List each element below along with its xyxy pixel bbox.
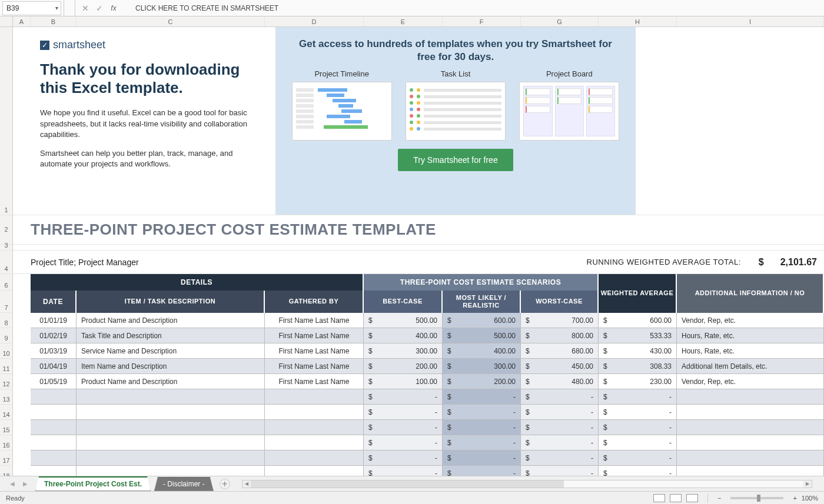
- cell-likely[interactable]: $-: [443, 435, 521, 450]
- zoom-in[interactable]: +: [793, 495, 796, 502]
- cell-weighted[interactable]: $-: [599, 405, 677, 420]
- formula-input[interactable]: [124, 4, 824, 12]
- cell-best[interactable]: $500.00: [364, 313, 443, 328]
- row-header-7[interactable]: 7: [0, 291, 13, 313]
- row-header-3[interactable]: 3: [0, 245, 13, 251]
- cell-date[interactable]: [31, 466, 77, 476]
- cell-item[interactable]: [77, 420, 265, 435]
- cell-likely[interactable]: $-: [443, 466, 521, 476]
- cell-item[interactable]: [77, 389, 265, 405]
- row-header-13[interactable]: 13: [0, 389, 13, 405]
- cell-additional[interactable]: [677, 435, 824, 450]
- cell-gathered[interactable]: [265, 466, 364, 476]
- cell-weighted[interactable]: $-: [599, 420, 677, 435]
- cell-best[interactable]: $-: [364, 466, 443, 476]
- cell-gathered[interactable]: [265, 435, 364, 450]
- cell-additional[interactable]: [677, 450, 824, 466]
- zoom-slider[interactable]: [730, 497, 783, 499]
- cell-best[interactable]: $-: [364, 420, 443, 435]
- cell-worst[interactable]: $-: [521, 389, 599, 405]
- col-header-i[interactable]: I: [677, 16, 824, 26]
- col-header-g[interactable]: G: [521, 16, 599, 26]
- row-header-17[interactable]: 17: [0, 450, 13, 466]
- cell-likely[interactable]: $400.00: [443, 343, 521, 359]
- cell-gathered[interactable]: First Name Last Name: [265, 313, 364, 328]
- cell-date[interactable]: 01/04/19: [31, 359, 77, 374]
- cell-likely[interactable]: $300.00: [443, 359, 521, 374]
- row-header-14[interactable]: 14: [0, 405, 13, 420]
- col-header-h[interactable]: H: [599, 16, 677, 26]
- cell-date[interactable]: [31, 389, 77, 405]
- cell-additional[interactable]: Additional Item Details, etc.: [677, 359, 824, 374]
- cell-date[interactable]: 01/03/19: [31, 343, 77, 359]
- cell-date[interactable]: 01/02/19: [31, 328, 77, 343]
- cell-additional[interactable]: Vendor, Rep, etc.: [677, 313, 824, 328]
- cell-weighted[interactable]: $-: [599, 450, 677, 466]
- sheet-content[interactable]: ✓ smartsheet Thank you for downloading t…: [13, 27, 824, 476]
- col-header-f[interactable]: F: [443, 16, 521, 26]
- cell-gathered[interactable]: [265, 405, 364, 420]
- cell-best[interactable]: $-: [364, 389, 443, 405]
- check-icon[interactable]: ✓: [95, 4, 104, 12]
- cell-gathered[interactable]: [265, 389, 364, 405]
- cell-best[interactable]: $100.00: [364, 374, 443, 389]
- row-header-11[interactable]: 11: [0, 359, 13, 374]
- cell-best[interactable]: $-: [364, 405, 443, 420]
- cell-weighted[interactable]: $230.00: [599, 374, 677, 389]
- cell-date[interactable]: [31, 450, 77, 466]
- col-header-d[interactable]: D: [265, 16, 364, 26]
- cell-additional[interactable]: Hours, Rate, etc.: [677, 328, 824, 343]
- row-header-10[interactable]: 10: [0, 343, 13, 359]
- name-box[interactable]: B39: [2, 1, 61, 15]
- cell-gathered[interactable]: First Name Last Name: [265, 343, 364, 359]
- cell-best[interactable]: $-: [364, 450, 443, 466]
- row-header-15[interactable]: 15: [0, 420, 13, 435]
- fx-icon[interactable]: fx: [109, 4, 118, 12]
- cell-worst[interactable]: $-: [521, 466, 599, 476]
- cell-date[interactable]: 01/01/19: [31, 313, 77, 328]
- cell-likely[interactable]: $600.00: [443, 313, 521, 328]
- cell-weighted[interactable]: $430.00: [599, 343, 677, 359]
- cell-likely[interactable]: $-: [443, 450, 521, 466]
- cell-best[interactable]: $400.00: [364, 328, 443, 343]
- cell-gathered[interactable]: First Name Last Name: [265, 359, 364, 374]
- row-header-2[interactable]: 2: [0, 215, 13, 245]
- view-page-layout[interactable]: [670, 494, 682, 502]
- cell-worst[interactable]: $680.00: [521, 343, 599, 359]
- col-header-c[interactable]: C: [77, 16, 265, 26]
- cell-weighted[interactable]: $308.33: [599, 359, 677, 374]
- cell-best[interactable]: $300.00: [364, 343, 443, 359]
- cell-additional[interactable]: Hours, Rate, etc.: [677, 343, 824, 359]
- cell-gathered[interactable]: [265, 420, 364, 435]
- col-header-a[interactable]: A: [13, 16, 31, 26]
- cell-item[interactable]: Product Name and Description: [77, 313, 265, 328]
- tab-nav-prev[interactable]: ▶: [21, 479, 30, 489]
- cell-item[interactable]: Service Name and Description: [77, 343, 265, 359]
- col-header-b[interactable]: B: [31, 16, 77, 26]
- cell-worst[interactable]: $700.00: [521, 313, 599, 328]
- col-header-e[interactable]: E: [364, 16, 443, 26]
- cell-item[interactable]: [77, 450, 265, 466]
- row-header-9[interactable]: 9: [0, 328, 13, 343]
- hscroll-left[interactable]: ◀: [242, 480, 251, 488]
- view-page-break[interactable]: [686, 494, 698, 502]
- row-header-8[interactable]: 8: [0, 313, 13, 328]
- cell-weighted[interactable]: $-: [599, 466, 677, 476]
- cell-worst[interactable]: $-: [521, 405, 599, 420]
- cell-additional[interactable]: Vendor, Rep, etc.: [677, 374, 824, 389]
- cell-best[interactable]: $200.00: [364, 359, 443, 374]
- cell-additional[interactable]: [677, 420, 824, 435]
- cell-date[interactable]: [31, 420, 77, 435]
- cell-item[interactable]: [77, 405, 265, 420]
- row-header-16[interactable]: 16: [0, 435, 13, 450]
- cell-likely[interactable]: $-: [443, 389, 521, 405]
- cell-additional[interactable]: [677, 466, 824, 476]
- cell-item[interactable]: [77, 435, 265, 450]
- cell-additional[interactable]: [677, 405, 824, 420]
- cell-worst[interactable]: $-: [521, 420, 599, 435]
- cell-likely[interactable]: $-: [443, 405, 521, 420]
- hscroll-thumb[interactable]: [251, 480, 564, 488]
- cell-worst[interactable]: $-: [521, 450, 599, 466]
- tab-nav-first[interactable]: ◀: [8, 479, 17, 489]
- cell-date[interactable]: 01/05/19: [31, 374, 77, 389]
